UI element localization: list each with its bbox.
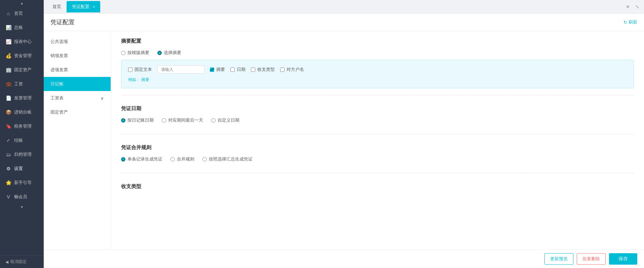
radio-by-journal-date-input[interactable]	[121, 118, 125, 123]
left-nav-label-payroll-table: 工资表	[50, 95, 64, 101]
radio-select-abstract-input[interactable]	[157, 51, 162, 55]
fund-icon: 💰	[5, 53, 11, 58]
cb-fixed-text-input[interactable]	[128, 68, 132, 72]
sidebar-item-settlement[interactable]: ✓ 结账	[0, 133, 44, 147]
pin-label: 取消固定	[10, 259, 27, 265]
left-nav: 公共选项 销项发票 进项发票 日记账 工资表 ∨ 固定资产	[44, 31, 111, 250]
left-nav-payroll-table[interactable]: 工资表 ∨	[44, 91, 111, 105]
chevron-down-icon: ∨	[101, 96, 104, 101]
cb-abstract[interactable]: 摘要	[210, 66, 225, 73]
section-voucher-date: 凭证日期 按日记账日期 对应期间最后一天 自定义日期	[121, 105, 634, 134]
left-nav-label-sales-invoice: 销项发票	[50, 53, 68, 59]
section-title-income-type: 收支类型	[121, 183, 634, 190]
voucher-date-option-row: 按日记账日期 对应期间最后一天 自定义日期	[121, 117, 634, 123]
radio-by-selection-summary[interactable]: 按照选择汇总生成凭证	[202, 156, 253, 162]
left-nav-public-options[interactable]: 公共选项	[44, 35, 111, 49]
radio-last-day-label: 对应期间最后一天	[168, 117, 203, 123]
radio-last-day-input[interactable]	[162, 118, 166, 123]
cb-date[interactable]: 日期	[230, 66, 245, 73]
radio-last-day[interactable]: 对应期间最后一天	[162, 117, 203, 123]
cb-abstract-label: 摘要	[216, 66, 225, 73]
refresh-button[interactable]: ↻ 刷新	[623, 19, 637, 25]
tab-home[interactable]: 首页	[47, 1, 67, 12]
sidebar-item-fixed-assets[interactable]: 🏢 固定资产	[0, 63, 44, 77]
radio-by-journal-date[interactable]: 按日记账日期	[121, 117, 154, 123]
radio-by-selection-summary-input[interactable]	[202, 157, 207, 162]
left-nav-purchase-invoice[interactable]: 进项发票	[44, 63, 111, 77]
left-nav-sales-invoice[interactable]: 销项发票	[44, 49, 111, 63]
radio-custom-date-input[interactable]	[211, 118, 216, 123]
invoice-icon: 📄	[5, 95, 11, 101]
batch-delete-button[interactable]: 批量删除	[577, 253, 606, 265]
radio-single-record[interactable]: 单条记录生成凭证	[121, 156, 162, 162]
sidebar-item-settings[interactable]: ⚙ 设置	[0, 162, 44, 176]
radio-select-abstract-label: 选择摘要	[164, 50, 181, 56]
tab-close-icon[interactable]: ×	[93, 5, 95, 9]
radio-custom-date-label: 自定义日期	[218, 117, 239, 123]
merge-rules-option-row: 单条记录生成凭证 合并规则 按照选择汇总生成凭证	[121, 156, 634, 162]
cb-fixed-text-label: 固定文本	[135, 66, 152, 73]
tab-voucher-label: 凭证配置	[72, 4, 89, 10]
cb-counterparty[interactable]: 对方户名	[280, 66, 304, 73]
settlement-icon: ✓	[5, 138, 11, 143]
sidebar-item-archive-management[interactable]: 🗂 归档管理	[0, 147, 44, 162]
settings-icon: ⚙	[5, 166, 11, 171]
sidebar-item-purchase-sales[interactable]: 📦 进销台账	[0, 105, 44, 119]
main-area: 首页 凭证配置 × ✕ ⤡ 凭证配置 ↻ 刷新 公共选项	[44, 0, 644, 268]
sidebar-item-payroll[interactable]: 💼 工资	[0, 77, 44, 91]
tax-icon: 🔖	[5, 124, 11, 129]
radio-single-record-input[interactable]	[121, 157, 125, 162]
radio-template-abstract[interactable]: 按模版摘要	[121, 50, 149, 56]
cb-fixed-text[interactable]: 固定文本	[128, 66, 152, 73]
window-close-btn[interactable]: ✕	[624, 3, 631, 10]
sidebar-item-vip-member[interactable]: V 畅会员	[0, 190, 44, 204]
general-ledger-icon: 📊	[5, 25, 11, 30]
cb-date-input[interactable]	[230, 68, 235, 72]
radio-by-journal-date-label: 按日记账日期	[127, 117, 154, 123]
sidebar-item-label-st: 结账	[14, 137, 23, 143]
left-nav-fixed-assets[interactable]: 固定资产	[44, 105, 111, 119]
cb-counterparty-label: 对方户名	[287, 66, 304, 73]
tab-bar: 首页 凭证配置 × ✕ ⤡	[44, 0, 644, 13]
left-nav-label-purchase-invoice: 进项发票	[50, 67, 68, 73]
cb-income-type[interactable]: 收支类型	[251, 66, 275, 73]
right-content: 摘要配置 按模版摘要 选择摘要	[111, 31, 644, 250]
radio-select-abstract[interactable]: 选择摘要	[157, 50, 181, 56]
sidebar-item-tax-management[interactable]: 🔖 税务管理	[0, 119, 44, 133]
tab-voucher-config[interactable]: 凭证配置 ×	[67, 1, 100, 12]
example-label: 例如：	[128, 77, 140, 82]
sidebar-item-home[interactable]: ⌂ 首页	[0, 6, 44, 20]
left-nav-journal[interactable]: 日记账	[44, 77, 111, 91]
sidebar-item-newbie-guide[interactable]: 🌟 新手引导	[0, 176, 44, 190]
abstract-box: 固定文本 摘要 日期	[121, 60, 634, 88]
sidebar-pin-toggle[interactable]: ◀ 取消固定	[0, 255, 44, 268]
sidebar-item-label-settings: 设置	[14, 166, 23, 172]
radio-template-abstract-input[interactable]	[121, 51, 125, 55]
sidebar-item-general-ledger[interactable]: 📊 总账	[0, 20, 44, 35]
vip-icon: V	[5, 194, 11, 199]
page-header: 凭证配置 ↻ 刷新	[44, 13, 644, 31]
window-expand-btn[interactable]: ⤡	[634, 3, 641, 10]
update-preview-button[interactable]: 更新预览	[544, 253, 573, 265]
sidebar-item-invoice-management[interactable]: 📄 发票管理	[0, 91, 44, 105]
cb-abstract-input[interactable]	[210, 68, 214, 72]
cb-income-type-input[interactable]	[251, 68, 255, 72]
example-value: 摘要	[141, 77, 149, 82]
sidebar-item-label-rc: 报表中心	[14, 39, 32, 45]
example-text: 例如： 摘要	[128, 77, 627, 83]
sidebar-scroll-up[interactable]: ▲	[0, 0, 44, 6]
cb-counterparty-input[interactable]	[280, 68, 285, 72]
sidebar: ▲ ⌂ 首页 📊 总账 📈 报表中心 💰 资金管理 🏢 固定资产 💼 工资 📄 …	[0, 0, 44, 268]
radio-merge-rules-input[interactable]	[171, 157, 175, 162]
radio-by-selection-summary-label: 按照选择汇总生成凭证	[209, 156, 253, 162]
tab-home-label: 首页	[52, 4, 61, 10]
sidebar-item-fund-management[interactable]: 💰 资金管理	[0, 49, 44, 63]
save-button[interactable]: 保存	[609, 253, 637, 265]
sidebar-item-label-gl: 总账	[14, 25, 23, 31]
radio-merge-rules[interactable]: 合并规则	[171, 156, 194, 162]
radio-custom-date[interactable]: 自定义日期	[211, 117, 239, 123]
sidebar-item-label-im: 发票管理	[14, 95, 32, 101]
sidebar-scroll-down[interactable]: ▼	[0, 204, 44, 210]
sidebar-item-report-center[interactable]: 📈 报表中心	[0, 35, 44, 49]
fixed-text-input[interactable]	[157, 65, 204, 74]
